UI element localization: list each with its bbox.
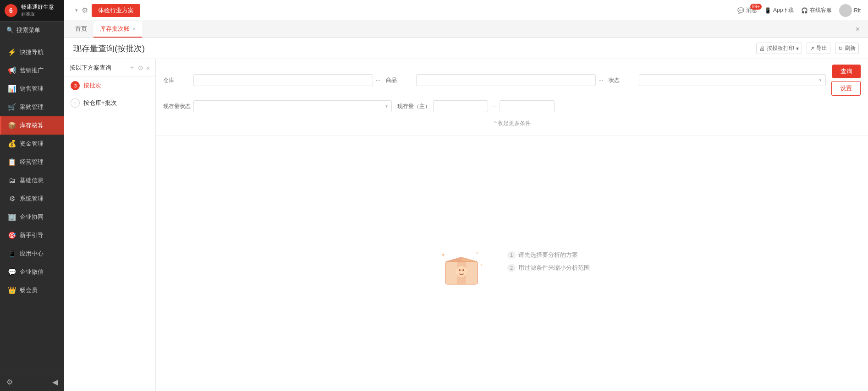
svg-text:✦: ✦ [480, 263, 483, 267]
tab-home[interactable]: 首页 [69, 21, 93, 38]
plan-item-batch[interactable]: ⊙ 按批次 [64, 77, 155, 94]
tip-text-2: 用过滤条件来缩小分析范围 [518, 264, 590, 272]
inventory-icon: 📦 [8, 121, 16, 130]
sidebar-version: 标准版 [21, 11, 54, 17]
sidebar-item-purchase[interactable]: 🛒 采购管理 [0, 98, 64, 116]
app-download-icon: 📱 [764, 7, 771, 14]
warehouse-label: 仓库 [163, 76, 191, 84]
sidebar-item-operation[interactable]: 📋 经营管理 [0, 153, 64, 171]
status-select[interactable] [639, 74, 826, 86]
topbar-dropdown[interactable]: ▾ [75, 7, 78, 13]
tab-home-label: 首页 [75, 25, 87, 33]
sidebar-item-label: 经营管理 [20, 158, 44, 166]
query-btn[interactable]: 查询 [832, 65, 861, 78]
tip-text-1: 请先选择要分析的方案 [518, 251, 578, 259]
warehouse-more-btn[interactable]: ··· [376, 77, 380, 83]
sidebar: 6 畅康通好生意 标准版 🔍 搜索菜单 ⚡ 快捷导航 📢 营销推广 📊 销售管理… [0, 0, 64, 391]
sidebar-item-quick-nav[interactable]: ⚡ 快捷导航 [0, 43, 64, 61]
content-area: 现存量查询(按批次) 🖨 按模板打印 ▾ ↗ 导出 ↻ 刷新 [64, 38, 868, 391]
sidebar-item-label: 畅会员 [20, 286, 38, 294]
print-icon: 🖨 [759, 45, 765, 52]
close-panel-icon[interactable]: × [852, 22, 863, 37]
product-more-btn[interactable]: ··· [599, 77, 603, 83]
avatar [839, 4, 852, 17]
filter-warehouse: 仓库 ··· [163, 74, 380, 86]
svg-text:✦: ✦ [475, 250, 479, 255]
tip-item-2: 2 用过滤条件来缩小分析范围 [507, 264, 590, 272]
product-label: 商品 [386, 76, 413, 84]
settings-footer-icon[interactable]: ⚙ [6, 378, 13, 386]
sidebar-item-app[interactable]: 📱 应用中心 [0, 244, 64, 263]
sidebar-item-wechat[interactable]: 💬 企业微信 [0, 263, 64, 281]
filter-actions: 查询 设置 [831, 65, 861, 96]
add-plan-icon[interactable]: ＋ [129, 64, 135, 72]
tip-num-1: 1 [507, 251, 516, 259]
svg-text:✦: ✦ [441, 252, 445, 258]
svg-point-7 [462, 269, 464, 271]
message-btn[interactable]: 💬 消息 99+ [737, 6, 757, 14]
message-badge: 99+ [750, 4, 762, 10]
empty-state: ✦ ✦ ✦ 1 请先选择要分析的方案 2 用过滤条件来缩小分析范围 [156, 136, 868, 391]
tab-batch-account[interactable]: 库存批次账 × [93, 21, 142, 38]
refresh-icon: ↻ [838, 45, 843, 52]
export-btn[interactable]: ↗ 导出 [807, 43, 830, 54]
plan-icon-batch: ⊙ [71, 81, 80, 90]
basic-icon: 🗂 [8, 176, 16, 185]
refresh-btn[interactable]: ↻ 刷新 [835, 43, 859, 54]
search-icon: 🔍 [6, 27, 14, 33]
export-icon: ↗ [810, 45, 814, 52]
sidebar-item-marketing[interactable]: 📢 营销推广 [0, 61, 64, 80]
user-profile[interactable]: Rit [839, 4, 861, 17]
settings-plan-icon[interactable]: ⊙ [138, 64, 143, 71]
operation-icon: 📋 [8, 158, 16, 166]
app-download-btn[interactable]: 📱 App下载 [764, 6, 794, 14]
collapse-sidebar-icon[interactable]: ◀ [52, 378, 58, 386]
inventory-qty-max-input[interactable] [500, 100, 555, 112]
plan-item-warehouse-batch[interactable]: ○ 按仓库+批次 [64, 94, 155, 112]
sidebar-item-label: 企业协同 [20, 213, 44, 221]
marketing-icon: 📢 [8, 66, 16, 75]
sidebar-item-basic[interactable]: 🗂 基础信息 [0, 171, 64, 190]
page-header-actions: 🖨 按模板打印 ▾ ↗ 导出 ↻ 刷新 [756, 43, 859, 54]
topbar-gear-icon[interactable]: ⚙ [82, 6, 88, 15]
sidebar-item-sales[interactable]: 📊 销售管理 [0, 80, 64, 98]
sidebar-item-label: 基础信息 [20, 176, 44, 185]
sidebar-item-label: 销售管理 [20, 85, 44, 93]
inventory-qty-min-input[interactable] [433, 100, 488, 112]
sidebar-item-inventory[interactable]: 📦 库存核算 [0, 116, 64, 135]
finance-icon: 💰 [8, 140, 16, 148]
collapse-btn[interactable]: ⌃ 收起更多条件 [163, 117, 861, 130]
sidebar-item-newbie[interactable]: 🎯 新手引导 [0, 226, 64, 244]
user-name: Rit [854, 7, 861, 14]
sidebar-footer: ⚙ ◀ [0, 373, 64, 391]
inventory-status-select[interactable] [193, 100, 392, 112]
print-btn-label: 按模板打印 [767, 44, 794, 52]
tab-close-icon[interactable]: × [132, 26, 136, 32]
purchase-icon: 🛒 [8, 103, 16, 111]
page-header: 现存量查询(按批次) 🖨 按模板打印 ▾ ↗ 导出 ↻ 刷新 [64, 38, 868, 59]
filter-row-2: 现存量状态 现存量（主） — [163, 100, 861, 112]
tip-item-1: 1 请先选择要分析的方案 [507, 251, 590, 259]
body-layout: 按以下方案查询 ＋ ⊙ « ⊙ 按批次 ○ 按仓库+批次 [64, 59, 868, 391]
sidebar-item-system[interactable]: ⚙ 系统管理 [0, 190, 64, 208]
sidebar-nav: ⚡ 快捷导航 📢 营销推广 📊 销售管理 🛒 采购管理 📦 库存核算 💰 资金管… [0, 43, 64, 373]
sidebar-item-label: 库存核算 [20, 121, 44, 130]
sidebar-item-member[interactable]: 👑 畅会员 [0, 281, 64, 299]
trial-btn[interactable]: 体验行业方案 [92, 4, 140, 17]
sidebar-item-finance[interactable]: 💰 资金管理 [0, 135, 64, 153]
product-input[interactable] [416, 74, 596, 86]
collapse-panel-icon[interactable]: « [146, 64, 150, 71]
headset-icon: 🎧 [801, 7, 808, 14]
enterprise-icon: 🏢 [8, 213, 16, 221]
sidebar-item-enterprise[interactable]: 🏢 企业协同 [0, 208, 64, 226]
print-dropdown-icon[interactable]: ▾ [796, 45, 799, 52]
customer-service-btn[interactable]: 🎧 在线客服 [801, 6, 832, 14]
print-btn[interactable]: 🖨 按模板打印 ▾ [756, 43, 802, 54]
customer-service-label: 在线客服 [810, 6, 832, 14]
settings-btn[interactable]: 设置 [831, 81, 861, 96]
app-download-label: App下载 [773, 6, 794, 14]
sidebar-search[interactable]: 🔍 搜索菜单 [0, 22, 64, 39]
filter-inventory-status: 现存量状态 [163, 100, 392, 112]
warehouse-input[interactable] [193, 74, 373, 86]
right-panel: 仓库 ··· 商品 ··· 状态 [156, 59, 868, 391]
